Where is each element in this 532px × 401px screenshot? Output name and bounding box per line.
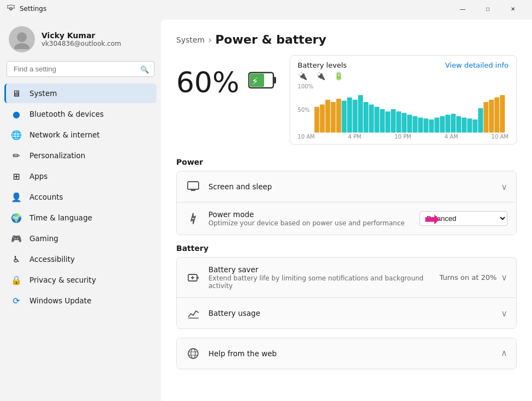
avatar bbox=[9, 26, 35, 52]
sidebar-label-network: Network & internet bbox=[29, 130, 100, 139]
chart-x-labels: 10 AM 4 PM 10 PM 4 AM 10 AM bbox=[298, 134, 509, 140]
search-icon: 🔍 bbox=[140, 65, 149, 73]
sidebar-label-update: Windows Update bbox=[29, 296, 91, 305]
help-web-icon bbox=[186, 346, 201, 361]
sidebar-item-system[interactable]: 🖥 System bbox=[4, 83, 157, 103]
svg-rect-28 bbox=[434, 117, 439, 133]
x-label-3: 10 PM bbox=[394, 134, 411, 140]
svg-rect-31 bbox=[451, 114, 456, 133]
sidebar-item-bluetooth[interactable]: ● Bluetooth & devices bbox=[4, 104, 157, 124]
search-input[interactable] bbox=[7, 61, 154, 77]
close-button[interactable]: ✕ bbox=[500, 0, 525, 17]
power-mode-text: Power mode Optimize your device based on… bbox=[208, 210, 412, 227]
sidebar-item-apps[interactable]: ⊞ Apps bbox=[4, 166, 157, 186]
system-icon: 🖥 bbox=[11, 88, 22, 99]
svg-rect-32 bbox=[456, 116, 461, 133]
battery-saver-title: Battery saver bbox=[208, 265, 432, 274]
search-box[interactable]: 🔍 bbox=[7, 61, 154, 77]
sidebar-item-network[interactable]: 🌐 Network & internet bbox=[4, 125, 157, 145]
svg-point-0 bbox=[17, 32, 27, 42]
x-label-4: 4 AM bbox=[445, 134, 458, 140]
user-info: Vicky Kumar vk304836@outlook.com bbox=[41, 31, 121, 47]
svg-rect-3 bbox=[273, 77, 276, 83]
sidebar-item-accounts[interactable]: 👤 Accounts bbox=[4, 187, 157, 207]
svg-rect-18 bbox=[380, 109, 385, 133]
y-label-100: 100% bbox=[298, 83, 314, 89]
svg-rect-21 bbox=[396, 111, 401, 133]
svg-rect-34 bbox=[467, 118, 472, 133]
maximize-button[interactable]: □ bbox=[475, 0, 500, 17]
svg-rect-40 bbox=[500, 95, 505, 133]
app-body: Vicky Kumar vk304836@outlook.com 🔍 🖥 Sys… bbox=[0, 17, 532, 401]
chart-legend: 🔌 🔌 🔋 bbox=[298, 71, 509, 80]
legend-battery: 🔋 bbox=[334, 71, 343, 80]
battery-usage-title: Battery usage bbox=[208, 309, 493, 318]
power-mode-row[interactable]: Power mode Optimize your device based on… bbox=[177, 202, 516, 235]
help-web-title: Help from the web bbox=[208, 349, 493, 358]
privacy-icon: 🔒 bbox=[11, 274, 22, 285]
sidebar-label-system: System bbox=[29, 89, 57, 98]
battery-usage-icon bbox=[186, 306, 201, 321]
svg-point-50 bbox=[191, 349, 195, 358]
sidebar-item-privacy[interactable]: 🔒 Privacy & security bbox=[4, 270, 157, 290]
update-icon: ⟳ bbox=[11, 295, 22, 306]
help-section-card: Help from the web ∨ bbox=[176, 338, 517, 369]
power-section-card: Screen and sleep ∨ Power mode Optimize y… bbox=[176, 171, 517, 235]
svg-rect-36 bbox=[478, 108, 483, 133]
bluetooth-icon: ● bbox=[11, 109, 22, 119]
svg-rect-41 bbox=[188, 182, 199, 189]
apps-icon: ⊞ bbox=[11, 171, 22, 182]
power-mode-title: Power mode bbox=[208, 210, 412, 219]
sidebar-label-accessibility: Accessibility bbox=[29, 255, 75, 264]
svg-point-1 bbox=[14, 43, 29, 49]
sidebar-item-gaming[interactable]: 🎮 Gaming bbox=[4, 229, 157, 248]
network-icon: 🌐 bbox=[11, 129, 22, 140]
sidebar-item-update[interactable]: ⟳ Windows Update bbox=[4, 291, 157, 310]
sidebar-label-time: Time & language bbox=[29, 213, 92, 222]
screen-sleep-icon bbox=[186, 179, 201, 194]
user-email: vk304836@outlook.com bbox=[41, 40, 121, 47]
battery-saver-text: Battery saver Extend battery life by lim… bbox=[208, 265, 432, 290]
battery-saver-row[interactable]: Battery saver Extend battery life by lim… bbox=[177, 258, 516, 298]
help-web-right: ∨ bbox=[501, 349, 507, 359]
username: Vicky Kumar bbox=[41, 31, 121, 40]
gaming-icon: 🎮 bbox=[11, 233, 22, 244]
sidebar: Vicky Kumar vk304836@outlook.com 🔍 🖥 Sys… bbox=[0, 17, 161, 401]
legend-charging1: 🔌 bbox=[298, 71, 307, 80]
help-web-row[interactable]: Help from the web ∨ bbox=[177, 338, 516, 369]
screen-sleep-right: ∨ bbox=[501, 182, 507, 192]
top-row: 60% ⚡ Battery levels View detailed info bbox=[176, 55, 517, 145]
breadcrumb-parent: System bbox=[176, 35, 205, 44]
sidebar-item-accessibility[interactable]: ♿ Accessibility bbox=[4, 249, 157, 269]
sidebar-label-privacy: Privacy & security bbox=[29, 276, 96, 284]
breadcrumb: System › Power & battery bbox=[176, 33, 517, 46]
accounts-icon: 👤 bbox=[11, 191, 22, 202]
svg-rect-6 bbox=[314, 107, 319, 133]
time-icon: 🌍 bbox=[11, 212, 22, 223]
svg-rect-23 bbox=[407, 115, 412, 133]
x-label-5: 10 AM bbox=[492, 134, 509, 140]
screen-sleep-row[interactable]: Screen and sleep ∨ bbox=[177, 171, 516, 202]
chart-area: 100% 50% bbox=[298, 83, 509, 133]
svg-rect-8 bbox=[325, 100, 330, 133]
svg-rect-25 bbox=[418, 117, 423, 133]
minimize-button[interactable]: — bbox=[450, 0, 475, 17]
view-detailed-link[interactable]: View detailed info bbox=[445, 61, 509, 69]
battery-percent-block: 60% ⚡ bbox=[176, 55, 277, 97]
battery-saver-subtitle: Extend battery life by limiting some not… bbox=[208, 274, 432, 290]
svg-rect-35 bbox=[473, 119, 477, 133]
screen-sleep-text: Screen and sleep bbox=[208, 182, 493, 191]
power-mode-subtitle: Optimize your device based on power use … bbox=[208, 219, 412, 227]
battery-section-label: Battery bbox=[176, 244, 517, 253]
screen-sleep-chevron: ∨ bbox=[501, 182, 507, 192]
battery-usage-right: ∨ bbox=[501, 308, 507, 319]
x-label-1: 10 AM bbox=[298, 134, 315, 140]
power-mode-select[interactable]: Balanced Best power efficiency Best perf… bbox=[420, 211, 507, 226]
screen-sleep-title: Screen and sleep bbox=[208, 182, 493, 191]
power-mode-right: Balanced Best power efficiency Best perf… bbox=[420, 211, 507, 226]
battery-usage-row[interactable]: Battery usage ∨ bbox=[177, 298, 516, 328]
x-label-2: 4 PM bbox=[348, 134, 361, 140]
titlebar: Settings — □ ✕ bbox=[0, 0, 532, 17]
sidebar-item-time[interactable]: 🌍 Time & language bbox=[4, 208, 157, 228]
sidebar-item-personalization[interactable]: ✏️ Personalization bbox=[4, 146, 157, 165]
